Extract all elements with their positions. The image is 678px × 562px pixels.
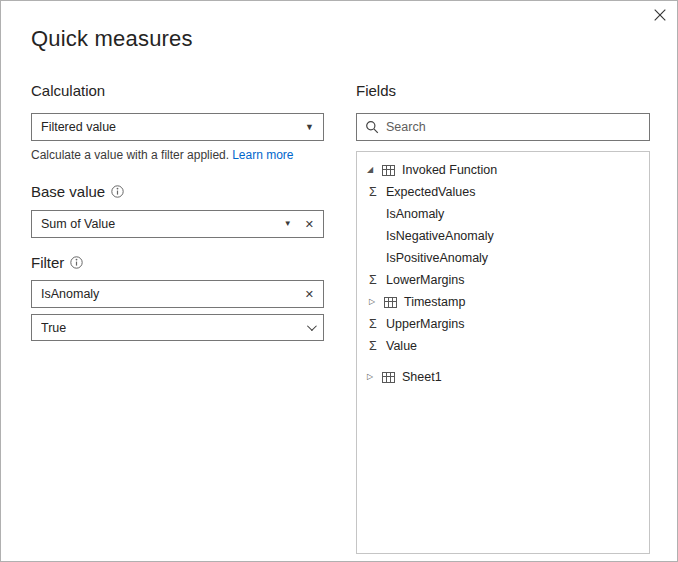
field-label: IsAnomaly bbox=[386, 207, 444, 221]
tree-item[interactable]: IsPositiveAnomaly bbox=[357, 247, 649, 269]
sigma-icon: Σ bbox=[369, 274, 386, 287]
tree-item[interactable]: IsNegativeAnomaly bbox=[357, 225, 649, 247]
fields-tree: ◢ Invoked Function Σ ExpectedValues IsAn… bbox=[356, 151, 650, 554]
table-icon bbox=[382, 165, 395, 176]
search-icon bbox=[365, 120, 379, 134]
tree-item[interactable]: ▷ Timestamp bbox=[357, 291, 649, 313]
calculation-helper: Calculate a value with a filter applied.… bbox=[31, 148, 294, 162]
fields-search bbox=[356, 113, 650, 141]
field-label: Invoked Function bbox=[402, 163, 497, 177]
calculation-dropdown[interactable]: Filtered value ▼ bbox=[31, 113, 324, 141]
tree-item[interactable]: Σ Value bbox=[357, 335, 649, 357]
tree-item[interactable]: IsAnomaly bbox=[357, 203, 649, 225]
filter-label-row: Filter bbox=[31, 254, 83, 271]
sigma-icon: Σ bbox=[369, 318, 386, 331]
field-label: ExpectedValues bbox=[386, 185, 475, 199]
base-value-label: Base value bbox=[31, 183, 105, 200]
expand-icon[interactable]: ▷ bbox=[369, 298, 384, 306]
tree-item[interactable]: ◢ Invoked Function bbox=[357, 159, 649, 181]
table-icon bbox=[384, 297, 397, 308]
combo-caret-icon: ▼ bbox=[284, 220, 292, 228]
base-value-selected: Sum of Value bbox=[41, 217, 284, 231]
calculation-helper-text: Calculate a value with a filter applied. bbox=[31, 148, 229, 162]
sigma-icon: Σ bbox=[369, 186, 386, 199]
quick-measures-dialog: Quick measures Calculation Filtered valu… bbox=[0, 0, 678, 562]
filter-value-selected: True bbox=[41, 321, 307, 335]
sigma-icon: Σ bbox=[369, 340, 386, 353]
dropdown-caret-icon: ▼ bbox=[305, 123, 314, 132]
field-label: IsNegativeAnomaly bbox=[386, 229, 494, 243]
tree-item[interactable]: Σ LowerMargins bbox=[357, 269, 649, 291]
collapse-icon[interactable]: ◢ bbox=[367, 166, 382, 174]
filter-field-value: IsAnomaly bbox=[41, 287, 305, 301]
close-icon bbox=[654, 9, 666, 21]
field-label: IsPositiveAnomaly bbox=[386, 251, 488, 265]
filter-field-input[interactable]: IsAnomaly ✕ bbox=[31, 280, 324, 308]
calculation-selected-value: Filtered value bbox=[41, 120, 305, 134]
info-icon[interactable] bbox=[70, 256, 83, 269]
tree-item[interactable]: Σ UpperMargins bbox=[357, 313, 649, 335]
base-value-combo[interactable]: Sum of Value ▼ ✕ bbox=[31, 210, 324, 238]
clear-filter-icon[interactable]: ✕ bbox=[305, 289, 314, 300]
calculation-label: Calculation bbox=[31, 82, 105, 99]
chevron-down-icon bbox=[307, 321, 317, 331]
dialog-title: Quick measures bbox=[31, 26, 193, 52]
field-label: Value bbox=[386, 339, 417, 353]
close-button[interactable] bbox=[651, 6, 669, 24]
clear-base-value-icon[interactable]: ✕ bbox=[305, 219, 314, 230]
fields-label: Fields bbox=[356, 82, 396, 99]
table-icon bbox=[382, 372, 395, 383]
tree-item[interactable]: Σ ExpectedValues bbox=[357, 181, 649, 203]
filter-value-dropdown[interactable]: True bbox=[31, 314, 324, 341]
tree-item[interactable]: ▷ Sheet1 bbox=[357, 366, 649, 388]
learn-more-link[interactable]: Learn more bbox=[232, 148, 293, 162]
field-label: LowerMargins bbox=[386, 273, 465, 287]
search-input[interactable] bbox=[386, 120, 641, 134]
field-label: Sheet1 bbox=[402, 370, 442, 384]
filter-label: Filter bbox=[31, 254, 64, 271]
base-value-label-row: Base value bbox=[31, 183, 124, 200]
field-label: UpperMargins bbox=[386, 317, 465, 331]
expand-icon[interactable]: ▷ bbox=[367, 373, 382, 381]
field-label: Timestamp bbox=[404, 295, 465, 309]
info-icon[interactable] bbox=[111, 185, 124, 198]
